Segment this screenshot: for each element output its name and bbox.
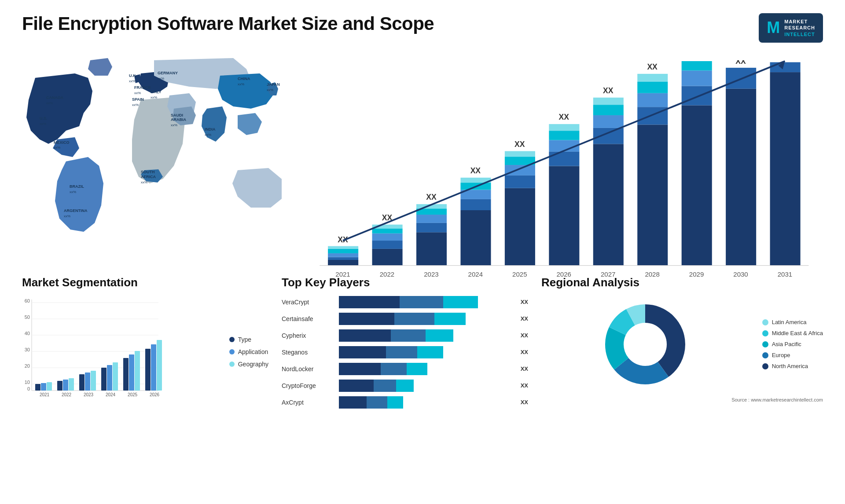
svg-rect-33 bbox=[416, 215, 447, 223]
svg-point-134 bbox=[624, 323, 666, 365]
brazil-label: BRAZIL bbox=[70, 184, 84, 189]
svg-rect-39 bbox=[460, 199, 491, 210]
svg-text:xx%: xx% bbox=[134, 91, 141, 95]
saudi-label: SAUDI bbox=[171, 113, 183, 117]
svg-text:2029: 2029 bbox=[689, 270, 704, 278]
player-bar bbox=[339, 363, 513, 375]
svg-text:2021: 2021 bbox=[335, 270, 350, 278]
svg-text:0: 0 bbox=[27, 386, 30, 391]
svg-text:AFRICA: AFRICA bbox=[141, 175, 156, 179]
svg-rect-17 bbox=[328, 260, 358, 266]
svg-rect-121 bbox=[123, 358, 129, 391]
world-map-svg: CANADA xx% U.S. xx% MEXICO xx% BRAZIL xx… bbox=[22, 51, 295, 245]
svg-text:2025: 2025 bbox=[128, 392, 138, 397]
svg-rect-18 bbox=[328, 257, 358, 260]
svg-text:XX: XX bbox=[735, 60, 746, 66]
svg-text:2023: 2023 bbox=[424, 270, 438, 278]
svg-rect-119 bbox=[113, 362, 118, 391]
svg-rect-105 bbox=[35, 384, 40, 391]
legend-app: Application bbox=[229, 348, 268, 355]
svg-text:2027: 2027 bbox=[601, 270, 615, 278]
us-label: U.S. bbox=[40, 116, 48, 121]
svg-text:20: 20 bbox=[25, 363, 30, 369]
southafrica-label: SOUTH bbox=[141, 170, 155, 174]
svg-text:xx%: xx% bbox=[151, 95, 157, 99]
svg-rect-19 bbox=[328, 253, 358, 257]
logo-box: M MARKET RESEARCH INTELLECT bbox=[759, 13, 823, 43]
australia-shape bbox=[232, 168, 282, 208]
logo-area: M MARKET RESEARCH INTELLECT bbox=[759, 13, 823, 43]
player-row: NordLocker XX bbox=[282, 363, 528, 375]
canada-label: CANADA bbox=[46, 95, 63, 100]
south-america-shape bbox=[55, 157, 103, 232]
donut-svg bbox=[597, 296, 694, 393]
svg-text:XX: XX bbox=[603, 86, 614, 95]
segmentation-title: Market Segmentation bbox=[22, 276, 268, 289]
svg-text:2021: 2021 bbox=[40, 392, 50, 397]
svg-rect-83 bbox=[770, 72, 801, 265]
svg-text:xx%: xx% bbox=[64, 214, 70, 218]
svg-rect-118 bbox=[107, 365, 112, 391]
india-label: INDIA bbox=[205, 127, 216, 131]
type-dot bbox=[229, 337, 235, 342]
svg-rect-31 bbox=[416, 232, 447, 265]
svg-rect-115 bbox=[91, 371, 96, 391]
svg-text:xx%: xx% bbox=[46, 101, 53, 105]
regional-legend: Latin America Middle East & Africa Asia … bbox=[762, 319, 823, 369]
player-row: Steganos XX bbox=[282, 346, 528, 358]
legend-middle-east: Middle East & Africa bbox=[762, 330, 823, 336]
europe-dot bbox=[762, 352, 768, 358]
svg-rect-63 bbox=[593, 98, 624, 105]
logo-m-icon: M bbox=[767, 18, 780, 37]
svg-rect-61 bbox=[593, 115, 624, 128]
svg-text:xx%: xx% bbox=[54, 146, 60, 150]
svg-text:2023: 2023 bbox=[84, 392, 94, 397]
svg-rect-70 bbox=[637, 74, 668, 82]
svg-rect-74 bbox=[682, 86, 712, 105]
svg-text:40: 40 bbox=[25, 331, 30, 336]
world-map: CANADA xx% U.S. xx% MEXICO xx% BRAZIL xx… bbox=[22, 51, 295, 263]
svg-rect-125 bbox=[145, 349, 151, 391]
germany-label: GERMANY bbox=[158, 71, 178, 75]
svg-text:xx%: xx% bbox=[158, 77, 164, 80]
app-dot bbox=[229, 349, 235, 354]
svg-rect-32 bbox=[416, 223, 447, 232]
main-grid: CANADA xx% U.S. xx% MEXICO xx% BRAZIL xx… bbox=[22, 51, 823, 413]
player-bar bbox=[339, 396, 513, 409]
legend-type: Type bbox=[229, 336, 268, 343]
svg-text:xx%: xx% bbox=[267, 88, 273, 92]
svg-rect-114 bbox=[85, 373, 90, 391]
growth-chart-svg: XX 2021 XX 2022 bbox=[317, 60, 814, 299]
page-title: File Encryption Software Market Size and… bbox=[22, 13, 434, 34]
svg-rect-25 bbox=[372, 241, 403, 249]
header: File Encryption Software Market Size and… bbox=[22, 13, 823, 43]
legend-geo: Geography bbox=[229, 361, 268, 368]
bar-chart-section: XX 2021 XX 2022 bbox=[308, 51, 823, 263]
svg-text:XX: XX bbox=[559, 113, 569, 121]
svg-text:xx%: xx% bbox=[171, 123, 177, 127]
seg-legend: Type Application Geography bbox=[229, 296, 268, 399]
north-america-shape bbox=[26, 73, 92, 144]
svg-rect-122 bbox=[129, 354, 134, 391]
asia-pacific-dot bbox=[762, 341, 768, 347]
svg-text:2024: 2024 bbox=[468, 270, 483, 278]
player-bar bbox=[339, 296, 513, 308]
svg-rect-117 bbox=[101, 368, 107, 391]
svg-rect-106 bbox=[41, 383, 46, 391]
svg-text:30: 30 bbox=[25, 347, 30, 352]
svg-rect-46 bbox=[505, 175, 535, 188]
logo-text: MARKET RESEARCH INTELLECT bbox=[784, 18, 815, 37]
svg-rect-52 bbox=[549, 166, 579, 265]
svg-text:XX: XX bbox=[426, 193, 437, 201]
svg-rect-110 bbox=[63, 380, 68, 391]
geo-dot bbox=[229, 362, 235, 367]
legend-north-america: North America bbox=[762, 363, 823, 369]
donut-chart bbox=[597, 296, 694, 393]
svg-rect-69 bbox=[637, 81, 668, 93]
player-row: CryptoForge XX bbox=[282, 380, 528, 392]
svg-rect-38 bbox=[460, 210, 491, 266]
svg-text:2028: 2028 bbox=[645, 270, 659, 278]
svg-text:xx%: xx% bbox=[132, 103, 139, 107]
svg-text:XX: XX bbox=[470, 166, 481, 175]
svg-text:xx%: xx% bbox=[141, 180, 147, 184]
